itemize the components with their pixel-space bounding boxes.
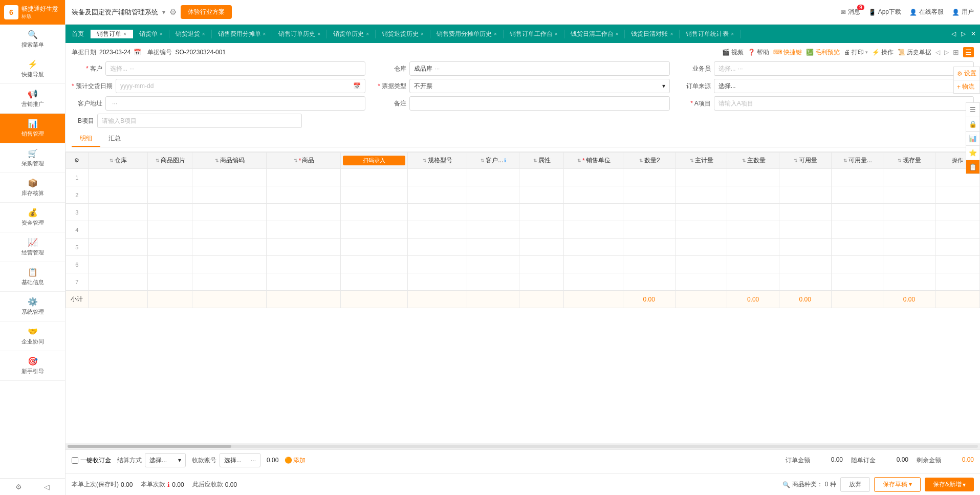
table-cell[interactable] — [192, 239, 266, 256]
tab-close-9[interactable]: × — [555, 31, 558, 37]
table-cell[interactable] — [935, 204, 979, 221]
delivery-date-input[interactable]: yyyy-mm-dd 📅 — [116, 79, 365, 93]
col-scan[interactable]: 扫码录入 — [341, 153, 408, 169]
tab-close-5[interactable]: × — [317, 31, 320, 37]
table-cell[interactable] — [831, 273, 883, 291]
right-panel-2[interactable]: 🔒 — [966, 117, 980, 131]
nav-tab-10[interactable]: 钱货日清工作台× — [564, 30, 625, 38]
table-cell[interactable] — [935, 221, 979, 239]
sidebar-item-8[interactable]: 📋基础信息 — [0, 262, 65, 292]
nav-tab-9[interactable]: 销售订单工作台× — [504, 30, 564, 38]
table-cell[interactable] — [883, 186, 935, 204]
col-stock[interactable]: ⇅现存量 — [883, 153, 935, 169]
tab-close-8[interactable]: × — [494, 31, 497, 37]
sidebar-item-5[interactable]: 📦库存核算 — [0, 173, 65, 203]
table-cell[interactable] — [727, 273, 779, 291]
table-cell[interactable] — [88, 221, 147, 239]
right-panel-5[interactable]: 📋 — [966, 160, 980, 174]
save-new-button[interactable]: 保存&新增 ▾ — [925, 478, 974, 491]
table-cell[interactable] — [407, 204, 467, 221]
table-cell[interactable] — [727, 221, 779, 239]
table-cell[interactable] — [147, 204, 192, 221]
draft-button[interactable]: 保存草稿 ▾ — [874, 477, 921, 492]
topbar-settings-icon[interactable]: ⚙ — [169, 7, 177, 17]
table-cell[interactable] — [267, 169, 341, 186]
sidebar-item-1[interactable]: ⚡快捷导航 — [0, 54, 65, 84]
nav-tab-7[interactable]: 销货退货历史× — [376, 30, 430, 38]
customer-input[interactable]: 选择... ··· — [105, 61, 365, 76]
table-cell[interactable] — [727, 239, 779, 256]
table-cell[interactable] — [341, 273, 408, 291]
table-cell[interactable] — [675, 204, 727, 221]
operation-action[interactable]: ⚡ 操作 — [872, 48, 894, 57]
history-action[interactable]: 📜 历史单据 — [898, 48, 931, 57]
tab-close-1[interactable]: × — [123, 31, 126, 37]
table-cell[interactable] — [727, 186, 779, 204]
solution-button[interactable]: 体验行业方案 — [181, 5, 232, 19]
table-cell[interactable] — [623, 221, 675, 239]
invoice-type-select[interactable]: 不开票 ▾ — [409, 79, 669, 93]
right-panel-1[interactable]: ☰ — [966, 102, 980, 117]
table-cell[interactable] — [467, 186, 519, 204]
table-cell[interactable] — [675, 239, 727, 256]
nav-tab-0[interactable]: 首页 — [66, 30, 91, 38]
table-cell[interactable] — [407, 239, 467, 256]
one-click-checkbox[interactable]: 一键收订金 — [72, 456, 111, 465]
col-product-img[interactable]: ⇅商品图片 — [147, 153, 192, 169]
table-cell[interactable] — [563, 239, 623, 256]
table-cell[interactable] — [341, 256, 408, 273]
nav-close-icon[interactable]: ✕ — [969, 29, 978, 38]
form-tab-1[interactable]: 汇总 — [100, 131, 129, 147]
sidebar-item-3[interactable]: 📊销售管理 — [0, 114, 65, 143]
table-cell[interactable] — [341, 239, 408, 256]
table-cell[interactable] — [883, 221, 935, 239]
table-cell[interactable] — [675, 256, 727, 273]
table-cell[interactable] — [407, 221, 467, 239]
table-cell[interactable] — [623, 169, 675, 186]
list-icon[interactable]: ☰ — [963, 47, 974, 57]
table-cell[interactable] — [623, 256, 675, 273]
scrollbar-thumb[interactable] — [68, 445, 231, 448]
table-cell[interactable] — [341, 186, 408, 204]
table-cell[interactable] — [831, 256, 883, 273]
table-cell[interactable] — [147, 169, 192, 186]
table-cell[interactable] — [407, 169, 467, 186]
table-cell[interactable] — [192, 186, 266, 204]
table-cell[interactable] — [407, 186, 467, 204]
table-cell[interactable] — [192, 221, 266, 239]
sidebar-item-4[interactable]: 🛒采购管理 — [0, 143, 65, 173]
table-cell[interactable] — [519, 221, 563, 239]
table-cell[interactable] — [88, 186, 147, 204]
order-source-select[interactable]: 选择... ▾ — [714, 79, 974, 93]
col-spec[interactable]: ⇅规格型号 — [407, 153, 467, 169]
table-cell[interactable] — [267, 204, 341, 221]
table-cell[interactable] — [623, 273, 675, 291]
b-project-input[interactable]: 请输入B项目 — [97, 114, 302, 128]
table-cell[interactable] — [779, 273, 831, 291]
tab-close-6[interactable]: × — [366, 31, 369, 37]
table-cell[interactable] — [779, 186, 831, 204]
table-cell[interactable] — [407, 256, 467, 273]
nav-tab-6[interactable]: 销货单历史× — [327, 30, 376, 38]
col-qty2[interactable]: ⇅数量2 — [623, 153, 675, 169]
form-tab-0[interactable]: 明细 — [72, 131, 100, 147]
table-cell[interactable] — [675, 169, 727, 186]
table-cell[interactable] — [883, 204, 935, 221]
table-cell[interactable] — [519, 169, 563, 186]
add-button[interactable]: 🟠 添加 — [285, 456, 306, 465]
table-cell[interactable] — [88, 256, 147, 273]
tab-close-12[interactable]: × — [731, 31, 734, 37]
nav-tab-8[interactable]: 销售费用分摊单历史× — [430, 30, 504, 38]
sidebar-item-2[interactable]: 📢营销推广 — [0, 84, 65, 114]
table-cell[interactable] — [341, 221, 408, 239]
tab-close-4[interactable]: × — [263, 31, 266, 37]
table-cell[interactable] — [147, 221, 192, 239]
col-unit[interactable]: ⇅*销售单位 — [563, 153, 623, 169]
discard-button[interactable]: 放弃 — [840, 477, 870, 492]
table-cell[interactable] — [147, 273, 192, 291]
collapse-icon[interactable]: ◁ — [44, 483, 50, 491]
table-cell[interactable] — [147, 186, 192, 204]
nav-next-icon[interactable]: ▷ — [944, 49, 949, 56]
grid-icon[interactable]: ⊞ — [953, 48, 959, 56]
help-action[interactable]: ❓ 帮助 — [748, 48, 769, 57]
